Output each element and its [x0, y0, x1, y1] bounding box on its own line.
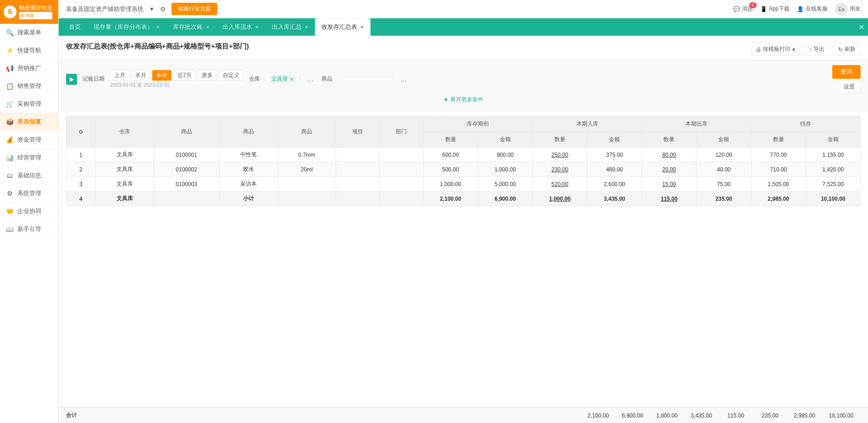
- system-dropdown[interactable]: ▼: [149, 6, 155, 12]
- sidebar-item-经营管理[interactable]: 📊经营管理: [0, 149, 58, 167]
- trial-button[interactable]: 体验行业方案: [171, 3, 217, 15]
- warehouse-tag-close[interactable]: ✕: [289, 76, 294, 82]
- sidebar-icon: 📢: [6, 65, 14, 72]
- th-dept: 部门: [380, 116, 423, 148]
- msg-badge: 6: [749, 2, 757, 8]
- sidebar-item-企业协同[interactable]: 🤝企业协同: [0, 203, 58, 220]
- export-button[interactable]: ↑ 导出: [804, 43, 829, 56]
- sidebar-icon: 💰: [6, 136, 14, 143]
- tab-bar: 首页现存量（库存分布表） ✕库存批次账 ✕出入库流水 ✕出入库汇总 ✕收发存汇总…: [59, 18, 868, 36]
- tab-label: 出入库汇总: [272, 23, 302, 31]
- sidebar-icon: 🛒: [6, 100, 14, 108]
- th-group-balance: 结存: [751, 116, 860, 132]
- service-item[interactable]: 👤 在线客服: [797, 5, 828, 13]
- date-btn-this-month[interactable]: 本月: [131, 70, 150, 81]
- th-settings: ⚙: [66, 116, 96, 148]
- tab-label: 现存量（库存分布表）: [94, 23, 153, 31]
- tab-现存量（库存分布表）[interactable]: 现存量（库存分布表） ✕: [87, 18, 166, 36]
- tab-首页[interactable]: 首页: [62, 18, 87, 36]
- warehouse-tag: 文具库 ✕: [270, 75, 296, 83]
- date-btn-last-month[interactable]: 上月: [110, 70, 129, 81]
- tab-close-icon[interactable]: ✕: [205, 24, 210, 30]
- date-range-text: 2023-01-01 至 2023-12-31: [110, 82, 243, 88]
- sidebar-icon: 📋: [6, 82, 14, 90]
- footer-open-amt: 6,900.00: [615, 412, 650, 419]
- th-open-amt: 金额: [478, 132, 532, 148]
- sidebar-item-库存核算[interactable]: 📦库存核算: [0, 113, 58, 131]
- print-icon: 🖨: [756, 46, 761, 53]
- sidebar-item-label: 企业协同: [17, 207, 41, 215]
- date-btn-this-year[interactable]: 本年: [152, 70, 171, 81]
- refresh-icon: ↻: [838, 46, 843, 53]
- sidebar-item-基础信息[interactable]: 🗂基础信息: [0, 167, 58, 185]
- sidebar-item-销售管理[interactable]: 📋销售管理: [0, 77, 58, 95]
- sidebar-item-label: 营销推广: [17, 64, 41, 72]
- tab-close-icon[interactable]: ✕: [156, 24, 160, 30]
- tab-库存批次账[interactable]: 库存批次账 ✕: [166, 18, 216, 36]
- export-icon: ↑: [809, 46, 812, 53]
- sidebar-item-label: 经营管理: [17, 154, 41, 162]
- sidebar-item-搜索菜单[interactable]: 🔍搜索菜单: [0, 24, 58, 42]
- sidebar-item-系统管理[interactable]: ⚙系统管理: [0, 185, 58, 203]
- th-in-amt: 金额: [587, 132, 642, 148]
- tab-close-icon[interactable]: ✕: [360, 24, 364, 30]
- sidebar-item-采购管理[interactable]: 🛒采购管理: [0, 95, 58, 113]
- filter-settings-button[interactable]: 设置: [838, 81, 861, 93]
- settings-icon[interactable]: ⚙: [160, 5, 166, 13]
- msg-icon: 💬: [733, 6, 740, 12]
- filter-expand-arrow[interactable]: ▶: [66, 74, 77, 85]
- page-content: 收发存汇总表(按仓库+商品编码+商品+规格型号+项目+部门) 🖨 按模板打印 ▾…: [59, 36, 868, 407]
- th-open-qty: 数量: [423, 132, 478, 148]
- tab-label: 首页: [69, 23, 81, 31]
- th-project: 项目: [336, 116, 379, 148]
- th-bal-qty: 数量: [751, 132, 806, 148]
- warehouse-more[interactable]: ...: [305, 74, 316, 84]
- refresh-button[interactable]: ↻ 刷新: [833, 43, 861, 56]
- warehouse-filter-input[interactable]: 文具库 ✕: [265, 73, 300, 85]
- sidebar-icon: 📖: [6, 225, 14, 233]
- expand-more-btn[interactable]: ▼ 展开更多条件: [443, 96, 484, 104]
- page-title: 收发存汇总表(按仓库+商品编码+商品+规格型号+项目+部门): [66, 42, 249, 51]
- th-bal-amt: 金额: [806, 132, 860, 148]
- date-btn-more[interactable]: 更多: [198, 70, 217, 81]
- filter-section: ▶ 记账日期 上月 本月 本年 近7天 更多 自定义 2023-01-01 至 …: [59, 60, 868, 111]
- tab-close-icon[interactable]: ✕: [255, 24, 259, 30]
- chevron-down-icon: ▾: [792, 46, 795, 53]
- table-row: 4文具库小计2,100.006,900.001,000.003,435.0011…: [66, 192, 861, 206]
- logo-text: 畅捷通好生意: [19, 5, 52, 12]
- tab-出入库汇总[interactable]: 出入库汇总 ✕: [265, 18, 315, 36]
- date-btn-custom[interactable]: 自定义: [219, 70, 243, 81]
- tab-label: 库存批次账: [173, 23, 203, 31]
- date-btn-7days[interactable]: 近7天: [173, 70, 196, 81]
- table-row: 3文具库0100003采访本1,000.005,000.00520.002,60…: [66, 177, 861, 192]
- th-out-amt: 金额: [697, 132, 751, 148]
- sidebar-item-快捷导航[interactable]: ⚡快捷导航: [0, 42, 58, 60]
- sidebar-item-新手引导[interactable]: 📖新手引导: [0, 220, 58, 238]
- tab-close-icon[interactable]: ✕: [304, 24, 309, 30]
- footer-bal-qty: 2,985.00: [787, 412, 822, 419]
- th-warehouse: 仓库: [95, 116, 154, 148]
- sidebar-item-资金管理[interactable]: 💰资金管理: [0, 131, 58, 149]
- th-name: 商品: [219, 116, 277, 148]
- warehouse-filter-label: 仓库: [249, 75, 260, 83]
- tab-收发存汇总表[interactable]: 收发存汇总表 ✕: [315, 18, 370, 36]
- user-item[interactable]: Ea 用友: [835, 3, 861, 16]
- close-all-tabs-icon[interactable]: ✕: [858, 23, 864, 32]
- date-filter-label: 记账日期: [83, 75, 105, 83]
- msg-item[interactable]: 💬 消息 6: [733, 5, 753, 13]
- app-label: App下载: [769, 5, 790, 13]
- app-download-item[interactable]: 📱 App下载: [760, 5, 790, 13]
- tab-出入库流水[interactable]: 出入库流水 ✕: [216, 18, 265, 36]
- table-section: ⚙ 仓库 商品 商品 商品 项目 部门 库存期初 本期入库 本期出库 结存: [59, 111, 868, 211]
- sidebar-icon: 🔍: [6, 29, 14, 36]
- footer-in-amt: 3,435.00: [684, 412, 719, 419]
- query-button[interactable]: 查询: [832, 65, 861, 79]
- goods-more[interactable]: ...: [398, 74, 409, 84]
- sidebar-icon: 📊: [6, 154, 14, 161]
- th-group-open: 库存期初: [423, 116, 532, 132]
- sidebar-item-label: 基础信息: [17, 171, 41, 180]
- sidebar-item-营销推广[interactable]: 📢营销推广: [0, 60, 58, 77]
- footer-out-qty: 115.00: [719, 412, 753, 419]
- template-print-button[interactable]: 🖨 按模板打印 ▾: [751, 43, 800, 56]
- goods-filter-input[interactable]: [338, 77, 393, 81]
